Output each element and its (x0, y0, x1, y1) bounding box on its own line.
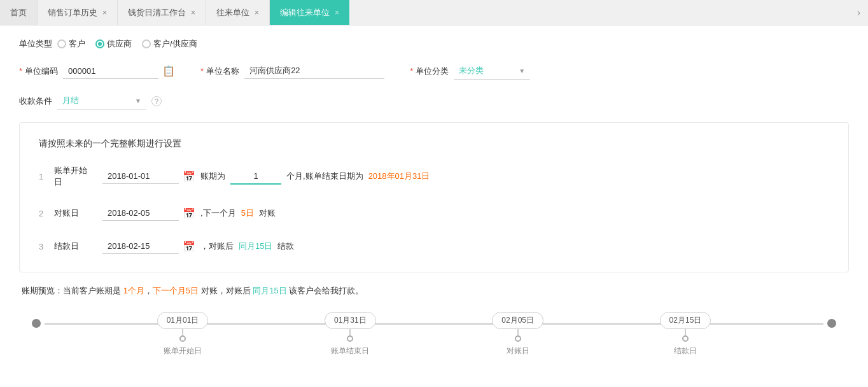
node-1-tag: 01月01日 (157, 312, 209, 329)
tab-sales-history-label: 销售订单历史 (48, 7, 97, 18)
unit-code-copy-icon[interactable]: 📋 (162, 65, 175, 77)
period-start-date-input[interactable] (102, 169, 179, 184)
preview-suffix: 该客户会给我打款。 (287, 286, 364, 295)
timeline-node-1: 01月01日 账单开始日 (157, 312, 209, 356)
payment-terms-label: 收款条件 (19, 95, 52, 107)
tab-edit-partner[interactable]: 编辑往来单位 × (270, 0, 349, 25)
period-row-1: 1 账单开始日 📅 账期为 个月,账单结束日期为 2018年01月31日 (39, 165, 829, 188)
period-payment-date-input[interactable] (102, 239, 179, 254)
period-text-2b: 对账 (259, 208, 276, 219)
period-field-label-1: 账单开始日 (54, 165, 92, 188)
timeline-container: 01月01日 账单开始日 01月31日 账单结束日 02月05日 对账日 (19, 312, 849, 356)
period-field-label-2: 对账日 (54, 208, 92, 219)
period-payment-highlight: 同月15日 (239, 241, 272, 252)
period-row-3: 3 结款日 📅 ，对账后 同月15日 结款 (39, 239, 829, 254)
tab-edit-partner-label: 编辑往来单位 (280, 7, 330, 18)
payment-terms-value: 月结 (62, 95, 132, 106)
period-text-3a: ，对账后 (200, 241, 234, 252)
tab-home[interactable]: 首页 (0, 0, 38, 25)
period-card-title: 请按照未来的一个完整帐期进行设置 (39, 138, 829, 150)
period-card: 请按照未来的一个完整帐期进行设置 1 账单开始日 📅 账期为 个月,账单结束日期… (19, 122, 849, 272)
radio-supplier-label: 供应商 (107, 38, 132, 50)
period-months-input[interactable] (230, 169, 281, 185)
period-num-1: 1 (39, 172, 54, 181)
radio-customer-label: 客户 (69, 38, 85, 50)
node-3-stem (517, 329, 519, 335)
radio-both[interactable]: 客户/供应商 (142, 38, 197, 50)
period-payment-cal-icon[interactable]: 📅 (183, 241, 195, 253)
unit-name-input[interactable] (244, 64, 384, 79)
unit-category-dropdown[interactable]: 未分类 ▼ (454, 62, 530, 80)
period-text-1a: 账期为 (200, 171, 225, 182)
period-row-2: 2 对账日 📅 ,下一个月5日 对账 (39, 206, 829, 221)
node-3-tag: 02月05日 (492, 312, 543, 329)
period-end-date-highlight: 2018年01月31日 (368, 171, 430, 182)
payment-terms-dropdown[interactable]: 月结 ▼ (57, 92, 146, 109)
radio-supplier[interactable]: 供应商 (95, 38, 132, 50)
more-tabs-button[interactable]: › (850, 0, 868, 25)
node-1-dot (179, 335, 186, 342)
period-text-2a: ,下一个月 (200, 208, 236, 219)
tab-bar: 首页 销售订单历史 × 钱货日清工作台 × 往来单位 × 编辑往来单位 × › (0, 0, 868, 25)
unit-info-row: * 单位编码 📋 * 单位名称 * 单位分类 未分类 ▼ (19, 62, 849, 80)
unit-name-group: * 单位名称 (200, 64, 384, 79)
period-text-3b: 结款 (277, 241, 294, 252)
timeline-end-dot (827, 312, 836, 328)
node-4-label: 结款日 (674, 346, 697, 356)
tab-cash-work-label: 钱货日清工作台 (128, 7, 186, 18)
node-3-label: 对账日 (507, 346, 529, 356)
tab-partner-label: 往来单位 (216, 7, 249, 18)
tab-partner-close[interactable]: × (255, 8, 259, 17)
node-4-stem (685, 329, 686, 335)
timeline-nodes: 01月01日 账单开始日 01月31日 账单结束日 02月05日 对账日 (32, 312, 836, 356)
unit-type-label: 单位类型 (19, 38, 52, 50)
preview-prefix: 账期预览：当前客户账期是 (22, 286, 123, 295)
unit-code-group: * 单位编码 📋 (19, 64, 175, 79)
unit-name-label: 单位名称 (206, 66, 239, 77)
unit-category-arrow: ▼ (519, 67, 525, 74)
node-4-tag: 02月15日 (660, 312, 711, 329)
unit-code-label: 单位编码 (25, 66, 58, 77)
tab-cash-work-close[interactable]: × (191, 8, 195, 17)
node-4-dot (682, 335, 689, 342)
payment-terms-help-icon[interactable]: ? (151, 96, 162, 106)
node-2-tag: 01月31日 (325, 312, 376, 329)
tab-edit-partner-close[interactable]: × (335, 8, 339, 17)
radio-both-circle (142, 39, 151, 48)
tab-cash-work[interactable]: 钱货日清工作台 × (118, 0, 206, 25)
timeline-node-2: 01月31日 账单结束日 (325, 312, 376, 356)
unit-category-value: 未分类 (459, 65, 516, 76)
period-text-1b: 个月,账单结束日期为 (286, 171, 363, 182)
payment-terms-arrow: ▼ (135, 97, 141, 104)
start-dot (32, 319, 41, 328)
tab-partner[interactable]: 往来单位 × (206, 0, 270, 25)
period-reconcile-date-input[interactable] (102, 206, 179, 221)
tab-sales-history-close[interactable]: × (102, 8, 107, 17)
preview-part3: 同月15日 (253, 286, 286, 295)
period-field-label-3: 结款日 (54, 241, 92, 252)
main-content: 单位类型 客户 供应商 客户/供应商 * 单位编码 📋 * 单位名称 (0, 25, 868, 387)
node-3-dot (515, 335, 521, 342)
node-2-label: 账单结束日 (331, 346, 369, 356)
node-1-label: 账单开始日 (164, 346, 202, 356)
unit-code-input[interactable] (63, 64, 158, 79)
preview-mid1: ， (144, 286, 153, 295)
period-num-3: 3 (39, 242, 54, 251)
preview-section: 账期预览：当前客户账期是 1个月，下一个月5日 对账，对账后 同月15日 该客户… (19, 285, 849, 297)
preview-part2: 下一个月5日 (153, 286, 199, 295)
node-1-stem (182, 329, 183, 335)
period-start-cal-icon[interactable]: 📅 (183, 171, 195, 183)
radio-customer[interactable]: 客户 (57, 38, 85, 50)
period-reconcile-cal-icon[interactable]: 📅 (183, 208, 195, 220)
tab-sales-history[interactable]: 销售订单历史 × (38, 0, 118, 25)
period-num-2: 2 (39, 209, 54, 218)
payment-terms-row: 收款条件 月结 ▼ ? (19, 92, 849, 109)
unit-type-radio-group: 客户 供应商 客户/供应商 (57, 38, 197, 50)
end-dot (827, 319, 836, 328)
timeline-start-dot (32, 312, 41, 328)
unit-name-star: * (200, 66, 204, 76)
radio-customer-circle (57, 39, 66, 48)
unit-category-label: 单位分类 (416, 66, 449, 77)
node-2-dot (347, 335, 353, 342)
unit-type-row: 单位类型 客户 供应商 客户/供应商 (19, 38, 849, 50)
